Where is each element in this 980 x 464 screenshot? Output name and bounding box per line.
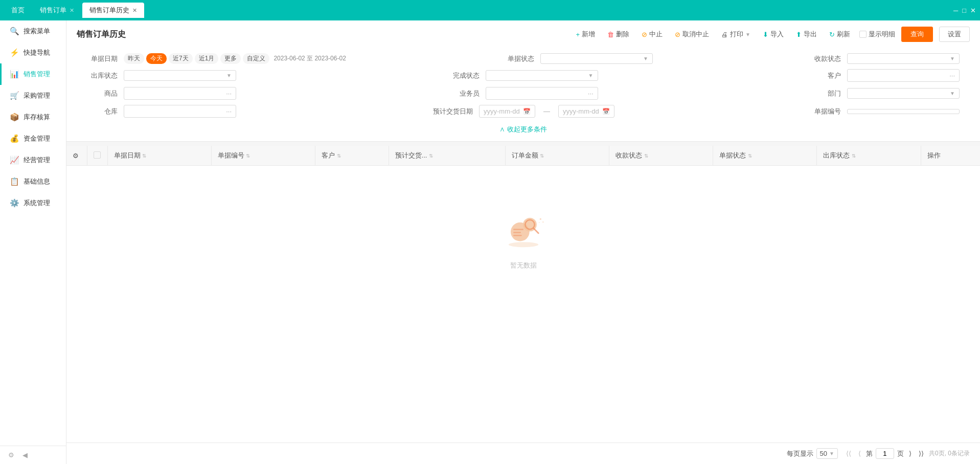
bill-number-label: 单据编号	[810, 107, 841, 116]
complete-status-select[interactable]: ▼	[486, 70, 598, 81]
delivery-date-separator: —	[543, 107, 550, 115]
next-page-icon[interactable]: ⟩	[907, 449, 914, 458]
export-button[interactable]: ⬆ 导出	[793, 28, 820, 41]
filter-row-3: 商品 ··· 业务员 ··· 部门 ▼	[87, 87, 960, 100]
payment-status-chevron-icon: ▼	[950, 56, 955, 61]
empty-state-text: 暂无数据	[510, 261, 537, 270]
window-close-icon[interactable]: ✕	[970, 7, 976, 14]
delivery-date-from[interactable]: yyyy-mm-dd 📅	[479, 105, 535, 118]
page-header: 销售订单历史 + 新增 🗑 删除 ⊘ 中止 ⊘	[66, 20, 980, 142]
add-button[interactable]: + 新增	[573, 28, 599, 41]
operations-icon: 📈	[10, 156, 19, 165]
cancel-stop-button[interactable]: ⊘ 取消中止	[672, 28, 712, 41]
th-order-amount[interactable]: 订单金额 ⇅	[505, 146, 609, 166]
collapse-more-conditions[interactable]: ∧ 收起更多条件	[87, 123, 960, 136]
bill-status-select[interactable]: ▼	[540, 53, 653, 64]
top-bar: 首页 销售订单 ✕ 销售订单历史 ✕ ─ □ ✕	[0, 0, 980, 20]
sidebar-item-sales-mgmt[interactable]: 📊 销售管理	[0, 63, 66, 85]
sidebar-item-system-mgmt[interactable]: ⚙️ 系统管理	[0, 192, 66, 214]
delivery-date-label: 预计交货日期	[432, 107, 473, 116]
payment-status-label: 收款状态	[810, 54, 841, 63]
sidebar-collapse-icon[interactable]: ◀	[22, 451, 28, 459]
th-customer[interactable]: 客户 ⇅	[315, 146, 389, 166]
sidebar-item-purchase-mgmt[interactable]: 🛒 采购管理	[0, 85, 66, 106]
goods-ellipsis-icon: ···	[226, 90, 232, 97]
display-toggle-checkbox[interactable]	[859, 31, 867, 38]
table-area: ⚙ 单据日期 ⇅ 单据编号 ⇅	[66, 146, 980, 443]
tab-sales-order[interactable]: 销售订单 ✕	[33, 3, 81, 18]
th-out-status[interactable]: 出库状态 ⇅	[817, 146, 921, 166]
th-bill-number[interactable]: 单据编号 ⇅	[211, 146, 315, 166]
date-btn-1month[interactable]: 近1月	[195, 53, 219, 64]
th-payment-status[interactable]: 收款状态 ⇅	[609, 146, 713, 166]
complete-status-chevron-icon: ▼	[588, 73, 594, 78]
layout: 🔍 搜索菜单 ⚡ 快捷导航 📊 销售管理 🛒 采购管理 📦 库存核算 💰 资金管…	[0, 20, 980, 464]
window-max-icon[interactable]: □	[962, 7, 966, 14]
sidebar: 🔍 搜索菜单 ⚡ 快捷导航 📊 销售管理 🛒 采购管理 📦 库存核算 💰 资金管…	[0, 20, 66, 464]
delivery-date-to[interactable]: yyyy-mm-dd 📅	[558, 105, 614, 118]
tab-sales-order-close[interactable]: ✕	[70, 7, 74, 14]
total-info: 共0页, 0条记录	[929, 449, 970, 458]
tab-home[interactable]: 首页	[4, 3, 32, 18]
query-button[interactable]: 查询	[901, 27, 933, 42]
settings-button[interactable]: 设置	[939, 27, 970, 42]
date-btn-custom[interactable]: 自定义	[243, 53, 269, 64]
delivery-date-to-calendar-icon: 📅	[602, 108, 610, 115]
first-page-icon[interactable]: ⟨⟨	[844, 449, 853, 458]
page-title-row: 销售订单历史 + 新增 🗑 删除 ⊘ 中止 ⊘	[77, 27, 970, 42]
th-bill-date[interactable]: 单据日期 ⇅	[107, 146, 211, 166]
inventory-icon: 📦	[10, 113, 19, 122]
sidebar-item-inventory[interactable]: 📦 库存核算	[0, 106, 66, 128]
bill-status-label: 单据状态	[504, 54, 534, 63]
salesperson-input[interactable]: ···	[486, 87, 598, 100]
refresh-button[interactable]: ↻ 刷新	[826, 28, 853, 41]
th-delivery-date[interactable]: 预计交货... ⇅	[389, 146, 505, 166]
window-min-icon[interactable]: ─	[953, 7, 958, 14]
date-btn-yesterday[interactable]: 昨天	[124, 53, 144, 64]
delete-button[interactable]: 🗑 删除	[604, 28, 632, 41]
import-button[interactable]: ⬇ 导入	[760, 28, 787, 41]
header-checkbox[interactable]	[94, 151, 101, 159]
tab-sales-order-history[interactable]: 销售订单历史 ✕	[82, 3, 144, 18]
department-select[interactable]: ▼	[847, 88, 960, 99]
payment-status-sort-icon: ⇅	[644, 153, 648, 159]
sidebar-settings-icon[interactable]: ⚙	[8, 451, 14, 459]
th-bill-status[interactable]: 单据状态 ⇅	[713, 146, 817, 166]
page-number-input[interactable]	[876, 448, 894, 459]
data-table: ⚙ 单据日期 ⇅ 单据编号 ⇅	[66, 146, 980, 311]
sidebar-item-operations[interactable]: 📈 经营管理	[0, 149, 66, 171]
goods-label: 商品	[87, 89, 118, 98]
date-btn-more[interactable]: 更多	[220, 53, 241, 64]
warehouse-input[interactable]: ···	[124, 105, 236, 118]
salesperson-ellipsis-icon: ···	[588, 90, 594, 97]
out-status-select[interactable]: ▼	[124, 70, 236, 81]
sidebar-bottom: ⚙ ◀	[0, 446, 66, 464]
last-page-icon[interactable]: ⟩⟩	[917, 449, 926, 458]
date-btn-7days[interactable]: 近7天	[169, 53, 193, 64]
bill-number-input[interactable]	[847, 109, 960, 114]
print-icon: 🖨	[721, 31, 728, 38]
goods-input[interactable]: ···	[124, 87, 236, 100]
filter-row-2: 出库状态 ▼ 完成状态 ▼ 客户 ···	[87, 69, 960, 82]
payment-status-select[interactable]: ▼	[847, 53, 960, 64]
sidebar-item-finance[interactable]: 💰 资金管理	[0, 128, 66, 149]
th-checkbox[interactable]	[87, 146, 107, 166]
sidebar-item-quick-nav[interactable]: ⚡ 快捷导航	[0, 42, 66, 63]
settings-gear-icon[interactable]: ⚙	[73, 152, 79, 160]
customer-input[interactable]: ···	[847, 69, 960, 82]
print-button[interactable]: 🖨 打印 ▼	[718, 28, 754, 41]
order-amount-sort-icon: ⇅	[540, 153, 544, 159]
per-page-select[interactable]: 50 ▼	[816, 448, 838, 459]
empty-state: 暂无数据	[66, 166, 980, 311]
sidebar-item-basic-info[interactable]: 📋 基础信息	[0, 171, 66, 192]
prev-page-icon[interactable]: ⟨	[856, 449, 863, 458]
stop-button[interactable]: ⊘ 中止	[639, 28, 666, 41]
display-toggle[interactable]: 显示明细	[859, 30, 895, 39]
department-label: 部门	[810, 89, 841, 98]
per-page-label: 每页显示	[787, 449, 813, 458]
th-settings[interactable]: ⚙	[66, 146, 87, 166]
tab-sales-order-history-close[interactable]: ✕	[132, 7, 137, 14]
out-status-chevron-icon: ▼	[226, 73, 232, 78]
sidebar-item-search-menu[interactable]: 🔍 搜索菜单	[0, 20, 66, 42]
date-btn-today[interactable]: 今天	[146, 53, 167, 64]
